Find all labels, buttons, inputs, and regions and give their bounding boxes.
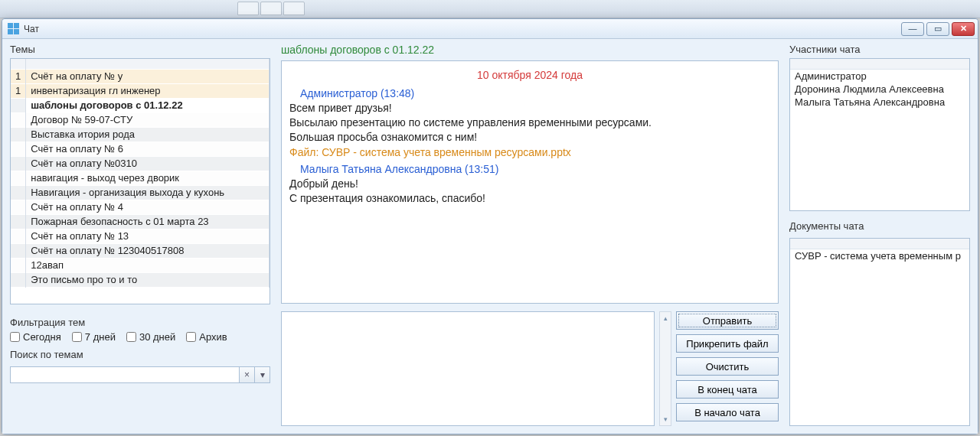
- topic-title: Навигация - организация выхода у кухонь: [26, 185, 270, 200]
- topic-row[interactable]: Счёт на оплату № 123040517808: [11, 243, 270, 258]
- topic-title: Выставка итория рода: [26, 127, 270, 142]
- bg-tab: [237, 2, 259, 15]
- topic-unread-count: [11, 243, 26, 258]
- search-label: Поиск по темам: [10, 349, 270, 360]
- topic-unread-count: [11, 272, 26, 287]
- topic-unread-count: 1: [11, 69, 26, 83]
- topic-unread-count: [11, 258, 26, 272]
- window-title: Чат: [24, 24, 39, 34]
- topic-unread-count: [11, 156, 26, 171]
- participant-item[interactable]: Администратор: [790, 70, 969, 83]
- topic-title: Счёт на оплату № у: [26, 69, 270, 83]
- message-line: Всем привет друзья!: [289, 101, 770, 116]
- to-end-button[interactable]: В конец чата: [676, 380, 779, 399]
- topic-row[interactable]: Навигация - организация выхода у кухонь: [11, 185, 270, 200]
- message-attachment[interactable]: Файл: СУВР - система учета временным рес…: [289, 146, 770, 158]
- topic-unread-count: [11, 200, 26, 214]
- minimize-button[interactable]: —: [901, 22, 924, 36]
- filter-archive[interactable]: Архив: [186, 331, 227, 343]
- documents-label: Документы чата: [789, 220, 970, 232]
- titlebar[interactable]: Чат — ▭ ✕: [2, 19, 978, 39]
- topic-row[interactable]: Счёт на оплату № 6: [11, 142, 270, 156]
- search-clear-button[interactable]: ×: [240, 366, 255, 383]
- document-item[interactable]: СУВР - система учета временным р: [790, 249, 969, 262]
- topic-row[interactable]: Выставка итория рода: [11, 127, 270, 142]
- topic-title: Счёт на оплату № 4: [26, 200, 270, 214]
- participants-label: Участники чата: [789, 44, 970, 55]
- topic-unread-count: [11, 127, 26, 142]
- topic-unread-count: 1: [11, 83, 26, 98]
- filter-today[interactable]: Сегодня: [10, 331, 61, 343]
- topic-title: Это письмо про то и то: [26, 272, 270, 287]
- scroll-up-icon[interactable]: ▴: [660, 312, 671, 324]
- topic-unread-count: [11, 171, 26, 185]
- topic-row[interactable]: 1Счёт на оплату № у: [11, 69, 270, 83]
- participant-item[interactable]: Малыга Татьяна Александровна: [790, 96, 969, 109]
- topic-title: навигация - выход через дворик: [26, 171, 270, 185]
- chat-date-header: 10 октября 2024 года: [289, 69, 770, 81]
- topic-row[interactable]: Счёт на оплату № 4: [11, 200, 270, 214]
- message-line: С презентация ознакомилась, спасибо!: [289, 191, 770, 206]
- topic-row[interactable]: Договор № 59-07-СТУ: [11, 112, 270, 127]
- topic-title: инвентаризация гл инженер: [26, 83, 270, 98]
- topic-row[interactable]: 12авап: [11, 258, 270, 272]
- message-header: Администратор (13:48): [300, 87, 770, 99]
- message-line: Большая просьба ознакомится с ним!: [289, 130, 770, 145]
- app-icon: [7, 23, 19, 35]
- topics-list[interactable]: 1Счёт на оплату № у1инвентаризация гл ин…: [10, 58, 270, 304]
- topic-title: Счёт на оплату №0310: [26, 156, 270, 171]
- topic-title: Счёт на оплату № 123040517808: [26, 243, 270, 258]
- topic-unread-count: [11, 214, 26, 229]
- topics-label: Темы: [10, 44, 270, 55]
- filter-week[interactable]: 7 дней: [72, 331, 116, 343]
- topic-row[interactable]: Это письмо про то и то: [11, 272, 270, 287]
- topic-unread-count: [11, 142, 26, 156]
- topic-row[interactable]: 1инвентаризация гл инженер: [11, 83, 270, 98]
- topic-title: Счёт на оплату № 6: [26, 142, 270, 156]
- chat-window: Чат — ▭ ✕ Темы 1Счёт на оплату № у1инвен…: [2, 18, 978, 434]
- topic-title: Счёт на оплату № 13: [26, 229, 270, 243]
- search-dropdown-button[interactable]: ▾: [255, 366, 270, 383]
- participants-list[interactable]: АдминистраторДоронина Людмила Алексеевна…: [789, 58, 970, 211]
- documents-list[interactable]: СУВР - система учета временным р: [789, 238, 970, 426]
- message-line: Добрый день!: [289, 177, 770, 191]
- topic-row[interactable]: Счёт на оплату №0310: [11, 156, 270, 171]
- message-header: Малыга Татьяна Александровна (13:51): [300, 163, 770, 175]
- topic-row[interactable]: Пожарная безопасность с 01 марта 23: [11, 214, 270, 229]
- topic-unread-count: [11, 229, 26, 243]
- filter-label: Фильтрация тем: [10, 317, 270, 328]
- search-input[interactable]: [10, 366, 240, 383]
- topic-unread-count: [11, 185, 26, 200]
- background-tabstrip: [0, 0, 980, 18]
- message-line: Высылаю презентацию по системе управлени…: [289, 116, 770, 130]
- bg-tab: [260, 2, 282, 15]
- topic-title: Договор № 59-07-СТУ: [26, 112, 270, 127]
- reply-textarea[interactable]: [281, 311, 655, 426]
- participant-item[interactable]: Доронина Людмила Алексеевна: [790, 83, 969, 96]
- reply-scrollbar[interactable]: ▴ ▾: [659, 311, 671, 426]
- clear-button[interactable]: Очистить: [676, 357, 779, 376]
- bg-tab: [283, 2, 305, 15]
- topic-unread-count: [11, 112, 26, 127]
- attach-button[interactable]: Прикрепить файл: [676, 334, 779, 353]
- scroll-down-icon[interactable]: ▾: [660, 413, 671, 425]
- filter-month[interactable]: 30 дней: [126, 331, 175, 343]
- topic-row[interactable]: Счёт на оплату № 13: [11, 229, 270, 243]
- topic-title: 12авап: [26, 258, 270, 272]
- topic-unread-count: [11, 98, 26, 112]
- maximize-button[interactable]: ▭: [926, 22, 949, 36]
- topic-title: Пожарная безопасность с 01 марта 23: [26, 214, 270, 229]
- close-button[interactable]: ✕: [952, 22, 975, 36]
- send-button[interactable]: Отправить: [676, 311, 779, 330]
- chat-log[interactable]: 10 октября 2024 года Администратор (13:4…: [281, 60, 779, 304]
- topic-row[interactable]: шаблоны договоров с 01.12.22: [11, 98, 270, 112]
- active-chat-title: шаблоны договоров с 01.12.22: [281, 44, 779, 56]
- topic-title: шаблоны договоров с 01.12.22: [26, 98, 270, 112]
- to-start-button[interactable]: В начало чата: [676, 403, 779, 421]
- topic-row[interactable]: навигация - выход через дворик: [11, 171, 270, 185]
